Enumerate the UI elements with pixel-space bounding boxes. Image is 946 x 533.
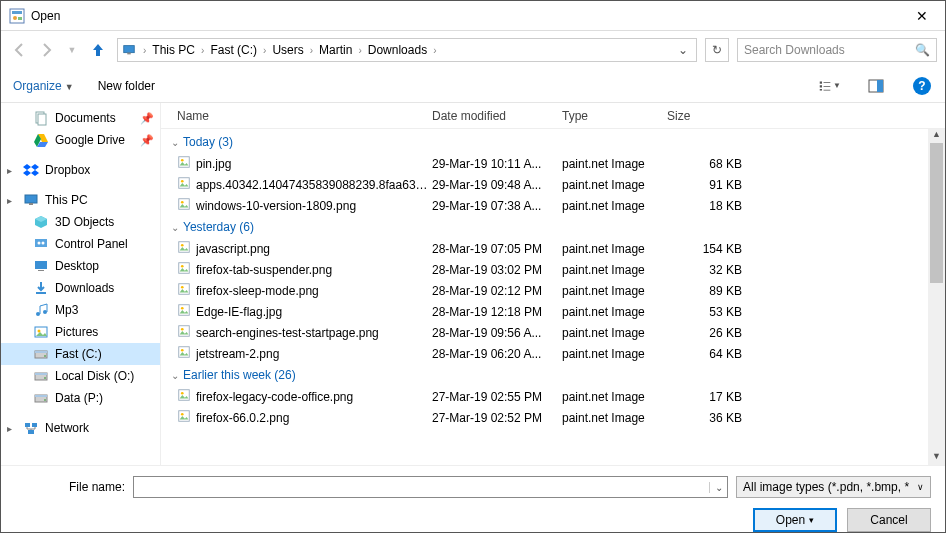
open-button[interactable]: Open▾ xyxy=(753,508,837,532)
file-date: 28-Mar-19 03:02 PM xyxy=(432,263,562,277)
file-row[interactable]: pin.jpg29-Mar-19 10:11 A...paint.net Ima… xyxy=(161,153,945,174)
scroll-down-icon[interactable]: ▼ xyxy=(928,451,945,465)
sidebar-item[interactable]: Google Drive📌 xyxy=(1,129,160,151)
preview-pane-icon[interactable] xyxy=(865,75,887,97)
image-file-icon xyxy=(177,261,191,278)
chevron-down-icon[interactable]: ⌄ xyxy=(171,370,179,381)
file-group-header[interactable]: ⌄Yesterday (6) xyxy=(161,216,945,238)
search-input[interactable]: Search Downloads 🔍 xyxy=(737,38,937,62)
chevron-down-icon[interactable]: ⌄ xyxy=(171,222,179,233)
window-title: Open xyxy=(31,9,907,23)
back-icon[interactable] xyxy=(9,39,31,61)
svg-rect-50 xyxy=(179,284,190,295)
up-icon[interactable] xyxy=(87,39,109,61)
column-size[interactable]: Size xyxy=(667,109,752,123)
help-icon[interactable]: ? xyxy=(911,75,933,97)
column-date[interactable]: Date modified xyxy=(432,109,562,123)
chevron-right-icon[interactable]: ▸ xyxy=(7,165,17,176)
cancel-button[interactable]: Cancel xyxy=(847,508,931,532)
sidebar-item-label: Pictures xyxy=(55,325,98,339)
sidebar-item[interactable]: Local Disk (O:) xyxy=(1,365,160,387)
sidebar-item[interactable]: Data (P:) xyxy=(1,387,160,409)
file-type: paint.net Image xyxy=(562,263,667,277)
svg-rect-37 xyxy=(25,423,30,427)
file-row[interactable]: javascript.png28-Mar-19 07:05 PMpaint.ne… xyxy=(161,238,945,259)
file-date: 27-Mar-19 02:52 PM xyxy=(432,411,562,425)
file-row[interactable]: windows-10-version-1809.png29-Mar-19 07:… xyxy=(161,195,945,216)
breadcrumb-segment[interactable]: This PC xyxy=(149,43,198,57)
file-row[interactable]: search-engines-test-startpage.png28-Mar-… xyxy=(161,322,945,343)
organize-menu[interactable]: Organize▼ xyxy=(13,79,74,93)
svg-rect-58 xyxy=(179,390,190,401)
file-row[interactable]: firefox-tab-suspender.png28-Mar-19 03:02… xyxy=(161,259,945,280)
file-name: jetstream-2.png xyxy=(196,347,279,361)
svg-rect-6 xyxy=(820,81,822,83)
chevron-down-icon[interactable]: ⌄ xyxy=(171,137,179,148)
file-type: paint.net Image xyxy=(562,305,667,319)
svg-point-55 xyxy=(181,328,184,331)
file-row[interactable]: firefox-sleep-mode.png28-Mar-19 02:12 PM… xyxy=(161,280,945,301)
breadcrumb-segment[interactable]: Martin xyxy=(316,43,355,57)
svg-rect-16 xyxy=(25,195,37,203)
svg-point-33 xyxy=(44,377,46,379)
chevron-down-icon[interactable]: ⌄ xyxy=(709,482,727,493)
breadcrumb-segment[interactable]: Users xyxy=(269,43,306,57)
svg-point-43 xyxy=(181,180,184,183)
column-type[interactable]: Type xyxy=(562,109,667,123)
breadcrumb-segment[interactable]: Downloads xyxy=(365,43,430,57)
sidebar-item[interactable]: 3D Objects xyxy=(1,211,160,233)
sidebar-item[interactable]: Mp3 xyxy=(1,299,160,321)
file-type-filter[interactable]: All image types (*.pdn, *.bmp, *∨ xyxy=(736,476,931,498)
svg-rect-10 xyxy=(824,86,831,87)
close-icon[interactable]: ✕ xyxy=(907,8,937,24)
desktop-icon xyxy=(33,258,49,274)
sidebar-item[interactable]: Desktop xyxy=(1,255,160,277)
downloads-icon xyxy=(33,280,49,296)
file-group-header[interactable]: ⌄Today (3) xyxy=(161,131,945,153)
breadcrumb-segment[interactable]: Fast (C:) xyxy=(207,43,260,57)
scroll-thumb[interactable] xyxy=(930,143,943,283)
file-row[interactable]: firefox-legacy-code-office.png27-Mar-19 … xyxy=(161,386,945,407)
sidebar[interactable]: Documents📌Google Drive📌▸Dropbox▸This PC3… xyxy=(1,103,161,465)
sidebar-item[interactable]: Downloads xyxy=(1,277,160,299)
filename-input[interactable]: ⌄ xyxy=(133,476,728,498)
sidebar-item[interactable]: Documents📌 xyxy=(1,107,160,129)
forward-icon[interactable] xyxy=(35,39,57,61)
svg-point-47 xyxy=(181,244,184,247)
file-row[interactable]: firefox-66.0.2.png27-Mar-19 02:52 PMpain… xyxy=(161,407,945,428)
sidebar-item[interactable]: Fast (C:) xyxy=(1,343,160,365)
scrollbar[interactable]: ▲ ▼ xyxy=(928,129,945,465)
svg-rect-7 xyxy=(820,85,822,87)
scroll-up-icon[interactable]: ▲ xyxy=(928,129,945,143)
view-options-icon[interactable]: ▼ xyxy=(819,75,841,97)
file-date: 28-Mar-19 09:56 A... xyxy=(432,326,562,340)
new-folder-button[interactable]: New folder xyxy=(98,79,155,93)
sidebar-item[interactable]: Control Panel xyxy=(1,233,160,255)
svg-rect-54 xyxy=(179,326,190,337)
file-row[interactable]: apps.40342.14047435839088239.8faa635f-..… xyxy=(161,174,945,195)
file-type: paint.net Image xyxy=(562,326,667,340)
file-date: 28-Mar-19 12:18 PM xyxy=(432,305,562,319)
svg-rect-35 xyxy=(35,395,47,397)
sidebar-item[interactable]: ▸This PC xyxy=(1,189,160,211)
file-date: 29-Mar-19 07:38 A... xyxy=(432,199,562,213)
chevron-down-icon[interactable]: ⌄ xyxy=(674,43,692,57)
file-list[interactable]: ⌄Today (3)pin.jpg29-Mar-19 10:11 A...pai… xyxy=(161,129,945,465)
sidebar-item-label: Mp3 xyxy=(55,303,78,317)
file-row[interactable]: Edge-IE-flag.jpg28-Mar-19 12:18 PMpaint.… xyxy=(161,301,945,322)
image-file-icon xyxy=(177,282,191,299)
file-group-header[interactable]: ⌄Earlier this week (26) xyxy=(161,364,945,386)
file-name: search-engines-test-startpage.png xyxy=(196,326,379,340)
svg-point-61 xyxy=(181,413,184,416)
column-name[interactable]: Name xyxy=(177,109,432,123)
chevron-right-icon[interactable]: ▸ xyxy=(7,423,17,434)
refresh-icon[interactable]: ↻ xyxy=(705,38,729,62)
recent-dropdown-icon[interactable]: ▼ xyxy=(61,39,83,61)
sidebar-item[interactable]: ▸Network xyxy=(1,417,160,439)
sidebar-item[interactable]: ▸Dropbox xyxy=(1,159,160,181)
network-icon xyxy=(23,420,39,436)
chevron-right-icon[interactable]: ▸ xyxy=(7,195,17,206)
sidebar-item[interactable]: Pictures xyxy=(1,321,160,343)
file-row[interactable]: jetstream-2.png28-Mar-19 06:20 A...paint… xyxy=(161,343,945,364)
breadcrumb[interactable]: › This PC› Fast (C:)› Users› Martin› Dow… xyxy=(117,38,697,62)
